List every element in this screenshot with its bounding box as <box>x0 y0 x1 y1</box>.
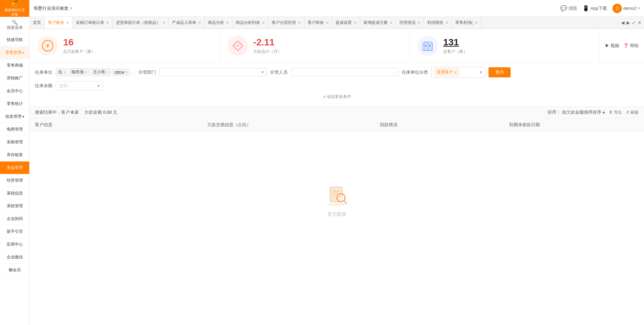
sidebar-item-batch[interactable]: 批发管理 ▾ <box>0 110 29 123</box>
tag-close-icon[interactable]: × <box>85 70 87 74</box>
dept-select[interactable]: ▾ <box>159 68 267 76</box>
tab-close-icon[interactable]: ✕ <box>162 21 165 25</box>
sidebar-item-basic-info[interactable]: 基础信息 <box>0 187 29 200</box>
header-right: 💬 消息 📱 App下载 D demo2 ▾ <box>560 4 640 13</box>
sidebar-item-member-vip[interactable]: 畅会员 <box>0 264 29 277</box>
tab-close-icon[interactable]: ✕ <box>198 21 201 25</box>
balance-select[interactable]: 选择... ▾ <box>56 81 103 91</box>
video-btn[interactable]: ▶ 视频 <box>605 43 619 49</box>
tab-close-icon[interactable]: ✕ <box>475 21 477 25</box>
tab-label: 客户联络 <box>308 20 324 26</box>
tab-close-icon[interactable]: ✕ <box>262 21 265 25</box>
sidebar-item-marketing[interactable]: 营销推广 <box>0 72 29 85</box>
export-btn[interactable]: ⬆ 导出 <box>609 110 622 115</box>
help-btn[interactable]: ❓ 帮助 <box>623 43 639 49</box>
tab-profit-report[interactable]: 利润报告 ✕ <box>424 17 452 29</box>
overdue-amount-text: 欠款金额 0.00 元 <box>84 109 117 115</box>
avatar: D <box>612 4 622 13</box>
tab-close-icon[interactable]: ✕ <box>106 21 109 25</box>
tab-customer-layer[interactable]: 客户分层经营 ✕ <box>268 17 304 29</box>
sidebar-item-label: 资金管理 <box>2 165 27 171</box>
tab-customer-contact[interactable]: 客户联络 ✕ <box>304 17 332 29</box>
person-select[interactable]: ··· <box>291 68 398 76</box>
tab-retail-profit[interactable]: 零售利润( ✕ <box>452 17 481 29</box>
tab-close-icon[interactable]: ✕ <box>66 21 69 25</box>
tab-close-icon[interactable]: ✕ <box>354 21 356 25</box>
tag-label: 陈民强 <box>72 69 84 75</box>
building-icon <box>418 36 438 56</box>
table-col-customer: 客户信息 <box>35 122 207 128</box>
sidebar-item-retail-shop[interactable]: 零售商城 <box>0 59 29 72</box>
sidebar-item-enterprise-wechat[interactable]: 企业微信 <box>0 251 29 264</box>
chevron-down-icon: ▾ <box>23 115 24 118</box>
unit-class-select[interactable]: 普通客户 × ▾ <box>431 67 485 78</box>
sort-select[interactable]: 排序： 按欠款金额倒序排序 ▾ <box>548 109 605 115</box>
tab-prev-icon[interactable]: ◀ <box>621 20 625 25</box>
tag-close-icon[interactable]: × <box>63 70 66 74</box>
tab-goods-analysis[interactable]: 商品分析 ✕ <box>205 17 232 29</box>
sidebar-item-app-center[interactable]: 应用中心 <box>0 238 29 251</box>
sidebar-item-label: 基础信息 <box>2 190 27 196</box>
tab-label: 进货单统计表（按商品） <box>116 20 160 26</box>
sidebar-item-retail[interactable]: 零售管理 ▾ <box>0 46 29 59</box>
sidebar-item-ecommerce[interactable]: 电商管理 <box>0 123 29 136</box>
message-btn[interactable]: 💬 消息 <box>560 5 577 11</box>
tab-close-icon[interactable]: ✕ <box>445 21 448 25</box>
unit-class-tag: 普通客户 × <box>434 68 459 76</box>
industry-selector[interactable]: 母婴行业演示账套 ▾ <box>34 5 72 11</box>
chevron-down-icon: ▾ <box>97 83 100 88</box>
empty-label: 暂无数据 <box>328 211 346 217</box>
tag-label: 王小亮 <box>93 69 105 75</box>
tab-close-icon[interactable]: ✕ <box>298 21 301 25</box>
more-tags-btn[interactable]: ... <box>131 70 135 75</box>
tab-close-icon[interactable]: ✕ <box>226 21 229 25</box>
user-menu[interactable]: D demo2 ▾ <box>612 4 640 13</box>
tag-close-icon[interactable]: × <box>126 70 128 74</box>
tab-expand-icon[interactable]: ⤢ <box>632 20 636 25</box>
tag-close-icon[interactable]: × <box>454 70 457 75</box>
tag-close-icon[interactable]: × <box>106 70 109 74</box>
tab-goods-stat[interactable]: 进货单统计表（按商品） ✕ <box>113 17 169 29</box>
stat-value-amount: -2.11 <box>253 37 401 48</box>
sidebar-item-inventory[interactable]: 库存核算 <box>0 149 29 161</box>
tab-close-icon[interactable]: ✕ <box>326 21 329 25</box>
sidebar-item-new-guide[interactable]: 新手引导 <box>0 225 29 238</box>
tab-customer-cost[interactable]: 客户账本 ✕ <box>45 17 73 29</box>
tab-close-all-icon[interactable]: ✕ <box>638 20 641 25</box>
tab-purchase-order[interactable]: 采购订单统计表 ✕ <box>73 17 113 29</box>
tab-goods-analysis-list[interactable]: 商品分析列表 ✕ <box>232 17 268 29</box>
sidebar-item-retail-stat[interactable]: 零售统计 <box>0 98 29 110</box>
sidebar-item-label: 快捷导航 <box>2 37 27 43</box>
svg-text:✦: ✦ <box>236 43 240 48</box>
tab-home[interactable]: 首页 <box>30 17 45 29</box>
sidebar-item-finance[interactable]: 资金管理 <box>0 161 29 174</box>
tab-cost-in[interactable]: 产成品入库单 ✕ <box>169 17 205 29</box>
app-download-btn[interactable]: 📱 App下载 <box>583 5 607 11</box>
tab-label: 商品分析 <box>208 20 224 26</box>
header-left: 母婴行业演示账套 ▾ <box>34 5 72 11</box>
overdue-value: 0.00 <box>103 110 112 115</box>
tab-new-raise[interactable]: 新增提成方案 ✕ <box>360 17 396 29</box>
sidebar-item-quick-nav[interactable]: 快捷导航 <box>0 34 29 46</box>
sidebar-item-operation-mgmt[interactable]: 经营管理 <box>0 174 29 187</box>
table-body: 暂无数据 <box>30 132 644 266</box>
logo-sub: 标版 <box>11 12 18 17</box>
collapse-btn[interactable]: ∧ 收起更多条件 <box>323 94 351 100</box>
sidebar-item-enterprise[interactable]: 企业协同 <box>0 213 29 225</box>
overdue-label: 欠款金额 <box>84 110 102 115</box>
tab-raise-setting[interactable]: 提成设置 ✕ <box>332 17 360 29</box>
stat-info-total: 131 总客户（家） <box>443 37 591 55</box>
tab-close-icon[interactable]: ✕ <box>390 21 392 25</box>
sidebar-item-purchase[interactable]: 采购管理 <box>0 136 29 149</box>
sidebar-item-label: 库存核算 <box>2 152 27 158</box>
sidebar-item-label: 零售统计 <box>2 101 27 107</box>
tab-next-icon[interactable]: ▶ <box>627 20 630 25</box>
tab-close-icon[interactable]: ✕ <box>418 21 420 25</box>
tag-label: 普通客户 <box>437 69 453 75</box>
tab-operation[interactable]: 经营情况 ✕ <box>396 17 424 29</box>
sidebar-item-system[interactable]: 系统管理 <box>0 200 29 213</box>
query-button[interactable]: 查询 <box>488 67 511 77</box>
sidebar-item-member[interactable]: 会员中心 <box>0 85 29 98</box>
refresh-btn[interactable]: ↺ 刷新 <box>626 110 639 115</box>
sidebar-item-search[interactable]: 🔍 搜索菜单 <box>0 17 29 34</box>
